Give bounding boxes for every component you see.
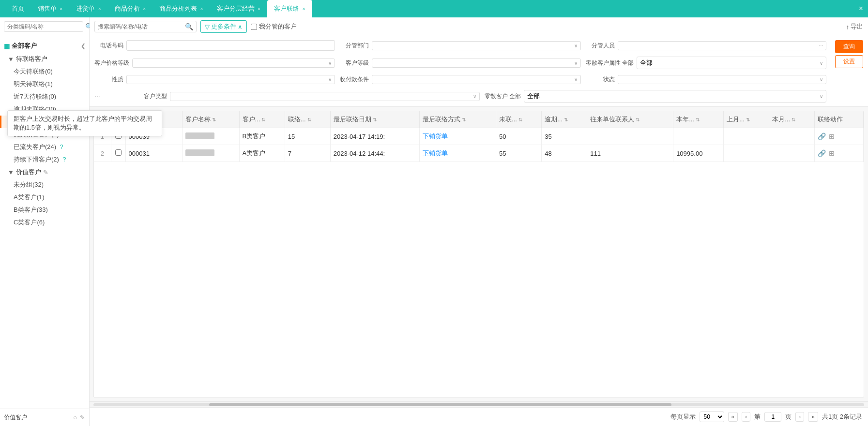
nav-item-analysis-list[interactable]: 商品分析列表 ×	[152, 0, 210, 17]
nav-close-purchase[interactable]: ×	[98, 6, 101, 12]
page-number-input[interactable]	[764, 412, 781, 422]
nav-close-analysis-list[interactable]: ×	[200, 6, 203, 12]
settings-button[interactable]: 设置	[835, 55, 863, 68]
page-size-label: 每页显示	[670, 412, 696, 421]
type-sort-icon[interactable]: ⇅	[261, 117, 265, 122]
filter-cell-customer-level: 客户等级 ∨	[340, 59, 580, 68]
last-month-sort-icon[interactable]: ⇅	[746, 117, 750, 122]
this-year-sort-icon[interactable]: ⇅	[696, 117, 700, 122]
ellipsis-icon[interactable]: ···	[94, 92, 100, 100]
horizontal-scrollbar[interactable]	[90, 401, 868, 407]
prev-page-btn[interactable]: ‹	[742, 412, 750, 422]
my-customers-checkbox[interactable]	[251, 24, 257, 30]
churned-info-icon[interactable]: ?	[60, 143, 63, 150]
sidebar-edit-icon[interactable]: ✎	[80, 414, 85, 421]
sidebar-pending-group[interactable]: ▼ 待联络客户	[0, 53, 89, 65]
next-page-btn[interactable]: ›	[795, 412, 804, 422]
declining-info-icon[interactable]: ?	[62, 156, 66, 163]
sidebar-item-c-class[interactable]: C类客户(6)	[0, 216, 89, 229]
contact-count-sort-icon[interactable]: ⇅	[307, 117, 311, 122]
nav-close-sales[interactable]: ×	[60, 6, 62, 12]
action-grid-icon-2[interactable]: ⊞	[829, 149, 835, 157]
main-search-icon[interactable]: 🔍	[185, 23, 193, 30]
filter-row-4: ··· 客户类型 ∨ 零散客户 全部 全部	[94, 90, 826, 103]
person-select[interactable]: ···	[618, 41, 826, 50]
row-uncontact-1: 50	[496, 128, 542, 145]
filter-cell-ellipsis: ···	[94, 92, 133, 100]
filter-actions: 查询 设置	[835, 40, 863, 103]
nav-item-analysis[interactable]: 商品分析 ×	[108, 0, 152, 17]
col-contact-person-header: 往来单位联系人⇅	[587, 111, 673, 128]
action-link-icon-1[interactable]: 🔗	[818, 132, 826, 140]
value-edit-icon[interactable]: ✎	[43, 169, 48, 176]
customer-level-select[interactable]: ∨	[372, 59, 580, 68]
action-link-icon-2[interactable]: 🔗	[818, 149, 826, 157]
payment-select[interactable]: ∨	[372, 75, 580, 84]
sidebar-circle-icon[interactable]: ○	[73, 414, 77, 421]
nav-close-analysis[interactable]: ×	[143, 6, 146, 12]
row-actions-2: 🔗 ⊞	[815, 145, 864, 162]
last-page-btn[interactable]: »	[808, 412, 818, 422]
status-select[interactable]: ∨	[618, 75, 826, 84]
price-level-select[interactable]: ∨	[132, 59, 335, 68]
row-overdue-2: 48	[542, 145, 587, 162]
nav-item-sales[interactable]: 销售单 ×	[31, 0, 69, 17]
filter-cell-nature: 性质 ∨	[94, 75, 335, 84]
filter-row-3: 性质 ∨ 收付款条件 ∨	[94, 75, 826, 84]
person-sort-icon[interactable]: ⇅	[636, 117, 640, 122]
row-overdue-1: 35	[542, 128, 587, 145]
retail-customer-select[interactable]: 全部 ∨	[524, 90, 826, 103]
sidebar-item-today-pending[interactable]: 今天待联络(0)	[0, 65, 89, 78]
phone-input[interactable]	[126, 40, 335, 51]
sidebar-search-input[interactable]	[4, 21, 83, 32]
filter-cell-payment: 收付款条件 ∨	[340, 75, 580, 84]
export-button[interactable]: ↑ 导出	[846, 22, 864, 31]
row-2-checkbox[interactable]	[115, 149, 122, 156]
row-last-method-2[interactable]: 下销货单	[420, 145, 496, 162]
nav-item-customer-segment[interactable]: 客户分层经营 ×	[210, 0, 267, 17]
sidebar-value-customers-group[interactable]: ▼ 价值客户 ✎	[0, 166, 89, 178]
dept-select[interactable]: ∨	[372, 41, 580, 50]
row-contact-count-1: 15	[285, 128, 330, 145]
payment-chevron-icon: ∨	[574, 77, 578, 82]
row-contact-count-2: 7	[285, 145, 330, 162]
sidebar-all-customers[interactable]: ▦ 全部客户 ❮	[0, 39, 89, 53]
nav-item-customer-contact[interactable]: 客户联络 ×	[267, 0, 312, 17]
nature-select[interactable]: ∨	[126, 75, 335, 84]
retail-attr-select[interactable]: 全部 ∨	[637, 57, 826, 69]
value-arrow-down-icon: ▼	[8, 169, 14, 176]
action-grid-icon-1[interactable]: ⊞	[829, 132, 835, 140]
nav-close-contact[interactable]: ×	[302, 6, 305, 12]
query-button[interactable]: 查询	[835, 40, 863, 53]
customer-type-select[interactable]: ∨	[170, 92, 480, 101]
overdue-sort-icon[interactable]: ⇅	[564, 117, 568, 122]
customer-table-area: ⚙ 客户编码⇅ 客户名称⇅ 客户...⇅	[93, 111, 864, 397]
sidebar-item-a-class[interactable]: A类客户(1)	[0, 191, 89, 204]
page-size-select[interactable]: 50 100 200	[700, 411, 724, 422]
more-conditions-btn[interactable]: ▽ 更多条件 ∧	[200, 20, 247, 33]
top-navigation: 首页 销售单 × 进货单 × 商品分析 × 商品分析列表 × 客户分层经营 × …	[0, 0, 868, 17]
left-sidebar: 🔍 ▦ 全部客户 ❮ ▼ 待联络客户 今天待联络(0) 明天待联络(1) 近7天…	[0, 17, 90, 426]
name-sort-icon[interactable]: ⇅	[212, 117, 216, 122]
sidebar-item-churned[interactable]: 已流失客户(24) ?	[0, 141, 89, 153]
grid-icon: ▦	[4, 43, 10, 50]
nav-close-segment[interactable]: ×	[258, 6, 260, 12]
sidebar-item-ungrouped[interactable]: 未分组(32)	[0, 178, 89, 191]
nav-item-purchase[interactable]: 进货单 ×	[69, 0, 107, 17]
this-month-sort-icon[interactable]: ⇅	[792, 117, 795, 122]
main-search-input[interactable]	[98, 23, 185, 30]
row-this-year-1	[673, 128, 724, 145]
sidebar-item-7day-pending[interactable]: 近7天待联络(0)	[0, 90, 89, 103]
col-uncontact-header: 未联...⇅	[496, 111, 542, 128]
person-chevron-down-icon: ···	[819, 43, 823, 48]
uncontact-sort-icon[interactable]: ⇅	[518, 117, 522, 122]
row-last-method-1[interactable]: 下销货单	[420, 128, 496, 145]
last-date-sort-icon[interactable]: ⇅	[373, 117, 377, 122]
sidebar-item-b-class[interactable]: B类客户(33)	[0, 204, 89, 216]
sidebar-item-tomorrow-pending[interactable]: 明天待联络(1)	[0, 78, 89, 90]
nav-item-home[interactable]: 首页	[5, 0, 31, 17]
sidebar-item-declining[interactable]: 持续下滑客户(2) ?	[0, 153, 89, 166]
window-close-button[interactable]: ×	[859, 4, 863, 13]
first-page-btn[interactable]: «	[728, 412, 738, 422]
last-method-sort-icon[interactable]: ⇅	[462, 117, 466, 122]
